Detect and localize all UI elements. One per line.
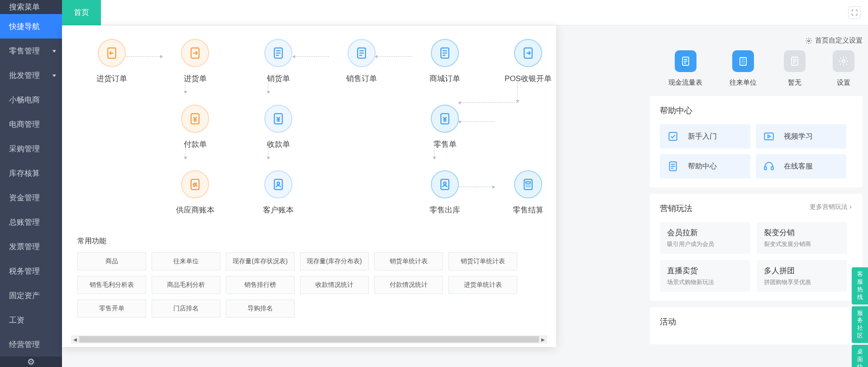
flow-icon: [431, 105, 459, 133]
flow-收款单[interactable]: 收款单: [238, 105, 319, 150]
common-btn[interactable]: 商品: [77, 252, 146, 270]
float-community[interactable]: 服务社区: [852, 306, 868, 343]
flow-客户账本[interactable]: 客户账本: [238, 170, 319, 215]
flow-icon: [98, 39, 126, 67]
chevron-down-icon: ▾: [52, 72, 56, 78]
flow-icon: [181, 105, 209, 133]
flow-icon: [264, 105, 292, 133]
common-btn[interactable]: 门店排名: [152, 299, 220, 318]
quick-设置[interactable]: 设置: [833, 50, 854, 87]
common-title: 常用功能: [77, 237, 547, 246]
topbar: 首页 ⛶: [62, 0, 868, 25]
sidebar-item-2[interactable]: 批发管理▾: [0, 63, 62, 87]
common-btn[interactable]: 导购排名: [226, 299, 295, 318]
sidebar-search[interactable]: 搜索菜单: [0, 0, 62, 14]
common-btn[interactable]: 商品毛利分析: [152, 276, 220, 294]
help-icon: [763, 130, 775, 142]
flow-零售结算[interactable]: 零售结算: [487, 170, 569, 215]
float-desktop[interactable]: 桌面快捷: [852, 345, 868, 367]
quick-暂无[interactable]: 暂无: [784, 50, 806, 87]
sidebar-item-12[interactable]: 工资: [0, 308, 62, 332]
flow-icon: [431, 39, 459, 67]
flow-销售订单[interactable]: 销售订单: [321, 39, 402, 84]
common-btn[interactable]: 现存量(库存分布表): [300, 252, 369, 270]
promo-more-link[interactable]: 更多营销玩法 ›: [810, 203, 852, 211]
sidebar: 搜索菜单 快捷导航零售管理▾批发管理▾小畅电商电商管理采购管理库存核算资金管理总…: [0, 0, 62, 367]
quick-icon: [833, 50, 854, 72]
help-帮助中心[interactable]: 帮助中心: [660, 154, 750, 179]
quick-现金流量表[interactable]: 现金流量表: [668, 50, 702, 87]
fullscreen-button[interactable]: ⛶: [848, 6, 861, 19]
float-hotline[interactable]: 客服热线: [852, 267, 868, 304]
flow-零售出库[interactable]: 零售出库: [404, 170, 486, 215]
common-btn[interactable]: 销售排行榜: [226, 276, 295, 294]
common-btn[interactable]: 往来单位: [152, 252, 220, 270]
flow-icon: [348, 39, 376, 67]
chevron-down-icon: ▾: [52, 48, 56, 54]
flow-icon: [264, 39, 292, 67]
sidebar-item-6[interactable]: 库存核算: [0, 161, 62, 185]
flow-icon: [181, 39, 209, 67]
sidebar-item-3[interactable]: 小畅电商: [0, 87, 62, 112]
flow-icon: [431, 170, 459, 198]
flow-销货单[interactable]: 销货单: [238, 39, 319, 84]
scroll-left-icon[interactable]: ◀: [71, 335, 79, 343]
sidebar-item-5[interactable]: 采购管理: [0, 136, 62, 161]
help-icon: [667, 130, 679, 142]
right-panel: 首页自定义设置 现金流量表往来单位暂无设置 帮助中心 新手入门视频学习帮助中心在…: [650, 25, 863, 351]
sidebar-item-10[interactable]: 税务管理: [0, 259, 62, 283]
common-btn[interactable]: 销售毛利分析表: [77, 276, 146, 294]
activity-title: 活动: [660, 316, 853, 327]
promo-card: 营销玩法 更多营销玩法 › 会员拉新吸引用户成为会员裂变分销裂变式发展分销商直播…: [650, 194, 863, 301]
common-btn[interactable]: 现存量(库存状况表): [226, 252, 295, 270]
help-icon: [763, 160, 775, 172]
flow-进货单[interactable]: 进货单: [154, 39, 236, 84]
sidebar-item-0[interactable]: 快捷导航: [0, 14, 62, 39]
promo-裂变分销[interactable]: 裂变分销裂变式发展分销商: [757, 222, 847, 254]
float-buttons: 客服热线 服务社区 桌面快捷: [852, 267, 868, 367]
flow-icon: [514, 170, 542, 198]
common-btn[interactable]: 进货单统计表: [448, 276, 517, 294]
promo-会员拉新[interactable]: 会员拉新吸引用户成为会员: [660, 222, 750, 254]
sidebar-item-13[interactable]: 经营管理: [0, 332, 62, 357]
promo-多人拼团[interactable]: 多人拼团拼团购物享受优惠: [757, 260, 847, 292]
activity-card: 活动: [650, 307, 863, 344]
help-视频学习[interactable]: 视频学习: [756, 124, 846, 149]
quick-icon: [675, 50, 696, 72]
help-icon: [667, 160, 679, 172]
help-title: 帮助中心: [660, 105, 853, 116]
customize-link[interactable]: 首页自定义设置: [650, 36, 863, 45]
common-btn[interactable]: 收款情况统计: [300, 276, 369, 294]
quick-icon: [784, 50, 806, 72]
tab-home[interactable]: 首页: [62, 0, 101, 25]
sidebar-item-8[interactable]: 总账管理: [0, 210, 62, 234]
common-btn[interactable]: 销货单统计表: [374, 252, 443, 270]
sidebar-settings[interactable]: ⚙: [0, 357, 62, 367]
flow-icon: [181, 170, 209, 198]
sidebar-item-7[interactable]: 资金管理: [0, 185, 62, 210]
flow-商城订单[interactable]: 商城订单: [404, 39, 486, 84]
quicknav-flyout: 进货订单进货单销货单销售订单商城订单POS收银开单付款单收款单零售单供应商账本客…: [62, 25, 556, 347]
scroll-right-icon[interactable]: ▶: [539, 335, 547, 343]
flow-icon: [264, 170, 292, 198]
flow-零售单[interactable]: 零售单: [404, 105, 486, 150]
common-btn[interactable]: 付款情况统计: [374, 276, 443, 294]
help-新手入门[interactable]: 新手入门: [660, 124, 750, 149]
flyout-scrollbar[interactable]: ◀ ▶: [71, 335, 547, 343]
flow-icon: [514, 39, 542, 67]
flow-进货订单[interactable]: 进货订单: [71, 39, 153, 84]
flow-供应商账本[interactable]: 供应商账本: [154, 170, 236, 215]
help-在线客服[interactable]: 在线客服: [756, 154, 846, 179]
quick-往来单位[interactable]: 往来单位: [730, 50, 757, 87]
sidebar-item-1[interactable]: 零售管理▾: [0, 39, 62, 63]
flow-付款单[interactable]: 付款单: [154, 105, 236, 150]
common-btn[interactable]: 销货订单统计表: [448, 252, 517, 270]
promo-直播卖货[interactable]: 直播卖货场景式购物新玩法: [660, 260, 750, 292]
flow-POS收银开单[interactable]: POS收银开单: [487, 39, 569, 84]
common-btn[interactable]: 零售开单: [77, 299, 146, 318]
quick-icon: [732, 50, 754, 72]
sidebar-item-11[interactable]: 固定资产: [0, 283, 62, 308]
sidebar-item-4[interactable]: 电商管理: [0, 112, 62, 136]
sidebar-item-9[interactable]: 发票管理: [0, 234, 62, 259]
help-card: 帮助中心 新手入门视频学习帮助中心在线客服: [650, 96, 863, 188]
